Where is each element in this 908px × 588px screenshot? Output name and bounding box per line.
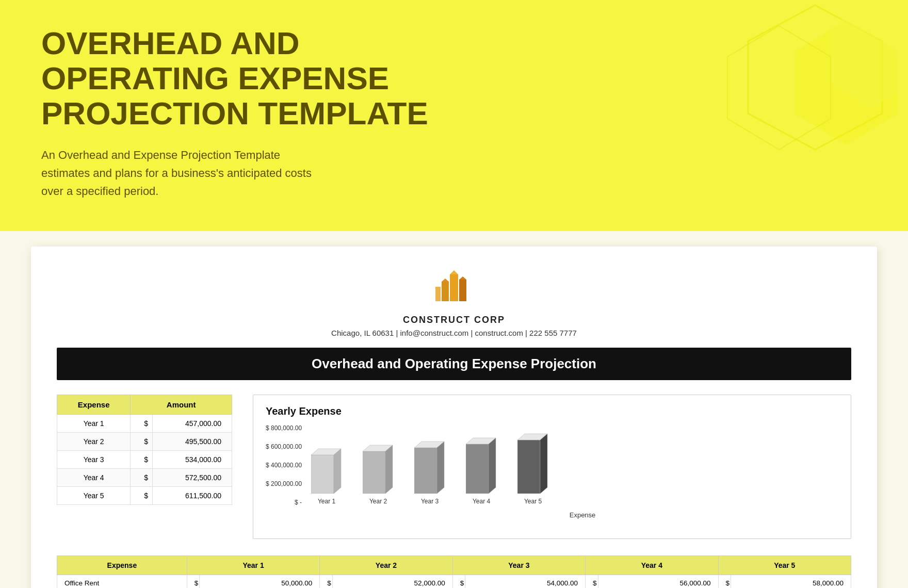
bar-3d-svg xyxy=(466,435,497,494)
summary-cell-label: Year 2 xyxy=(57,433,131,451)
detail-cell-symbol: $ xyxy=(718,575,731,588)
bar-group: Year 5 xyxy=(517,431,548,505)
yaxis-label: $ 600,000.00 xyxy=(266,443,302,450)
detail-cell-symbol: $ xyxy=(586,575,598,588)
svg-rect-14 xyxy=(363,451,385,494)
svg-marker-25 xyxy=(540,434,547,494)
summary-cell-symbol: $ xyxy=(131,469,153,487)
svg-rect-20 xyxy=(466,444,489,494)
summary-cell-amount: 572,500.00 xyxy=(153,469,232,487)
detail-header-2: Year 2 xyxy=(320,556,452,575)
company-header: CONSTRUCT CORP Chicago, IL 60631 | info@… xyxy=(57,267,851,337)
svg-marker-10 xyxy=(459,276,466,280)
yaxis-label: $ - xyxy=(295,499,302,506)
detail-table: ExpenseYear 1Year 2Year 3Year 4Year 5 Of… xyxy=(57,556,851,588)
bar-group: Year 2 xyxy=(363,442,394,505)
svg-rect-7 xyxy=(435,287,441,301)
chart-yaxis: $ 800,000.00$ 600,000.00$ 400,000.00$ 20… xyxy=(266,424,306,517)
summary-row: Year 3 $ 534,000.00 xyxy=(57,451,232,469)
detail-header-1: Year 1 xyxy=(187,556,319,575)
bar-3d-svg xyxy=(517,431,548,494)
chart-title: Yearly Expense xyxy=(266,405,838,417)
bar-label: Year 1 xyxy=(318,498,335,505)
detail-cell-value: 50,000.00 xyxy=(200,575,320,588)
detail-cell-symbol: $ xyxy=(320,575,333,588)
bar-3d-svg xyxy=(363,442,394,494)
company-name: CONSTRUCT CORP xyxy=(57,315,851,325)
summary-cell-label: Year 1 xyxy=(57,415,131,433)
svg-rect-4 xyxy=(450,274,458,301)
detail-header-0: Expense xyxy=(57,556,187,575)
logo-icon xyxy=(433,267,475,308)
chart-area: $ 800,000.00$ 600,000.00$ 400,000.00$ 20… xyxy=(266,424,838,519)
summary-header-expense: Expense xyxy=(57,395,131,415)
summary-cell-symbol: $ xyxy=(131,487,153,505)
detail-row: Office Rent$50,000.00$52,000.00$54,000.0… xyxy=(57,575,851,588)
company-info: Chicago, IL 60631 | info@construct.com |… xyxy=(57,329,851,337)
bar-label: Year 5 xyxy=(524,498,542,505)
svg-marker-19 xyxy=(437,442,444,494)
detail-cell-value: 54,000.00 xyxy=(465,575,586,588)
detail-header-4: Year 4 xyxy=(586,556,718,575)
svg-marker-13 xyxy=(334,449,341,494)
document-wrapper: CONSTRUCT CORP Chicago, IL 60631 | info@… xyxy=(0,231,908,588)
hero-title: OVERHEAD AND OPERATING EXPENSE PROJECTIO… xyxy=(41,26,444,132)
chart-xaxis-label: Expense xyxy=(306,511,838,519)
detail-header-3: Year 3 xyxy=(452,556,585,575)
bar-group: Year 4 xyxy=(466,435,497,505)
detail-cell-value: 58,000.00 xyxy=(731,575,851,588)
bar-3d-svg xyxy=(311,446,342,494)
summary-cell-label: Year 3 xyxy=(57,451,131,469)
bar-group: Year 1 xyxy=(311,446,342,505)
summary-table: Expense Amount Year 1 $ 457,000.00 Year … xyxy=(57,395,232,505)
summary-cell-amount: 611,500.00 xyxy=(153,487,232,505)
bar-label: Year 3 xyxy=(421,498,439,505)
chart-bars-area: Year 1Year 2Year 3Year 4Year 5 Expense xyxy=(306,424,838,519)
summary-header-amount: Amount xyxy=(131,395,232,415)
summary-cell-amount: 457,000.00 xyxy=(153,415,232,433)
yaxis-label: $ 400,000.00 xyxy=(266,462,302,469)
svg-rect-6 xyxy=(459,280,466,301)
summary-cell-amount: 495,500.00 xyxy=(153,433,232,451)
detail-cell-symbol: $ xyxy=(452,575,465,588)
svg-rect-5 xyxy=(442,282,449,301)
svg-marker-9 xyxy=(442,279,449,282)
hero-decoration xyxy=(598,0,908,165)
summary-cell-symbol: $ xyxy=(131,415,153,433)
hero-description: An Overhead and Expense Projection Templ… xyxy=(41,146,320,201)
document-card: CONSTRUCT CORP Chicago, IL 60631 | info@… xyxy=(31,247,877,588)
summary-cell-symbol: $ xyxy=(131,433,153,451)
svg-marker-8 xyxy=(450,270,458,274)
summary-row: Year 2 $ 495,500.00 xyxy=(57,433,232,451)
yaxis-label: $ 200,000.00 xyxy=(266,480,302,487)
detail-cell-value: 52,000.00 xyxy=(332,575,452,588)
summary-cell-symbol: $ xyxy=(131,451,153,469)
section-title-bar: Overhead and Operating Expense Projectio… xyxy=(57,348,851,380)
hero-section: OVERHEAD AND OPERATING EXPENSE PROJECTIO… xyxy=(0,0,908,231)
svg-rect-23 xyxy=(517,440,540,494)
bar-label: Year 4 xyxy=(473,498,490,505)
yaxis-label: $ 800,000.00 xyxy=(266,424,302,432)
svg-rect-17 xyxy=(414,448,437,494)
company-logo xyxy=(433,267,475,311)
bar-3d-svg xyxy=(414,438,445,494)
chart-box: Yearly Expense $ 800,000.00$ 600,000.00$… xyxy=(253,395,851,539)
bars-container: Year 1Year 2Year 3Year 4Year 5 xyxy=(306,424,838,507)
summary-row: Year 1 $ 457,000.00 xyxy=(57,415,232,433)
bar-label: Year 2 xyxy=(369,498,387,505)
detail-cell-label: Office Rent xyxy=(57,575,187,588)
svg-rect-11 xyxy=(311,455,334,494)
summary-cell-amount: 534,000.00 xyxy=(153,451,232,469)
detail-cell-value: 56,000.00 xyxy=(598,575,718,588)
svg-marker-16 xyxy=(385,445,393,494)
detail-header-5: Year 5 xyxy=(718,556,851,575)
summary-row: Year 5 $ 611,500.00 xyxy=(57,487,232,505)
summary-row: Year 4 $ 572,500.00 xyxy=(57,469,232,487)
svg-marker-22 xyxy=(489,438,496,494)
bar-group: Year 3 xyxy=(414,438,445,505)
content-row: Expense Amount Year 1 $ 457,000.00 Year … xyxy=(57,395,851,539)
summary-cell-label: Year 4 xyxy=(57,469,131,487)
detail-cell-symbol: $ xyxy=(187,575,200,588)
summary-cell-label: Year 5 xyxy=(57,487,131,505)
